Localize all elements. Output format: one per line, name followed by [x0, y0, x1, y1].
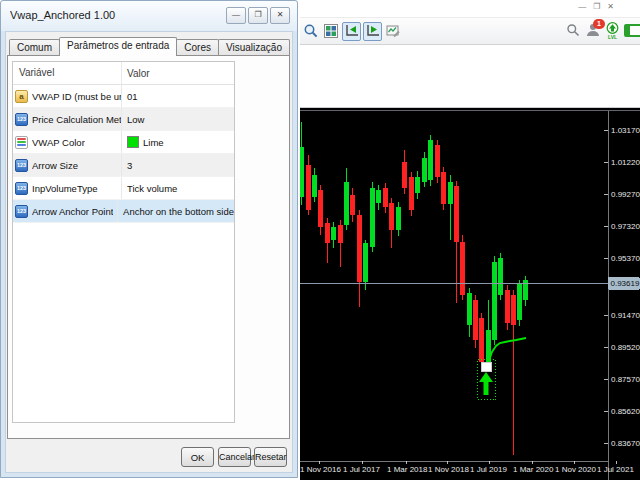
- svg-text:1 Nov 2016: 1 Nov 2016: [300, 465, 341, 474]
- tab-par-metros-de-entrada[interactable]: Parâmetros de entrada: [59, 37, 177, 56]
- param-name-cell: VWAP Color: [13, 131, 122, 153]
- notification-badge: 1: [593, 19, 605, 29]
- toolbar-right-cluster: 1 LVL: [565, 22, 640, 42]
- color-swatch: [127, 136, 139, 148]
- svg-text:1.01220: 1.01220: [611, 158, 640, 167]
- param-value[interactable]: Lime: [122, 136, 164, 148]
- param-row[interactable]: 123Arrow Size3: [13, 154, 234, 177]
- svg-text:0.91470: 0.91470: [611, 311, 640, 320]
- numeric-param-icon: 123: [15, 182, 28, 195]
- param-row[interactable]: 123InpVolumeTypeTick volume: [13, 177, 234, 200]
- svg-text:1 Jul 2021: 1 Jul 2021: [597, 465, 634, 474]
- svg-text:0.83670: 0.83670: [611, 439, 640, 448]
- tab-cores[interactable]: Cores: [176, 39, 219, 56]
- svg-text:1 Mar 2018: 1 Mar 2018: [387, 465, 428, 474]
- table-header: Variável Valor: [13, 62, 234, 85]
- svg-text:1 Nov 2020: 1 Nov 2020: [555, 465, 596, 474]
- param-name-cell: 123Arrow Size: [13, 154, 122, 176]
- numeric-param-icon: 123: [15, 159, 28, 172]
- close-icon[interactable]: ✕: [607, 2, 614, 12]
- param-row[interactable]: 123Price Calculation MethodLow: [13, 108, 234, 131]
- param-name-cell: aVWAP ID (must be unique): [13, 85, 122, 107]
- svg-text:1 Nov 2018: 1 Nov 2018: [428, 465, 469, 474]
- search-icon[interactable]: [565, 22, 581, 42]
- indicator-properties-dialog: Vwap_Anchored 1.00 — ❐ ✕ ComumParâmetros…: [0, 0, 298, 478]
- terminal-titlebar[interactable]: — ❐ ✕: [300, 0, 640, 18]
- tab-visualiza-o[interactable]: Visualização: [218, 39, 290, 56]
- svg-text:0.93619: 0.93619: [611, 279, 640, 288]
- param-value[interactable]: Anchor on the bottom side: [118, 206, 234, 217]
- svg-text:1 Jul 2017: 1 Jul 2017: [343, 465, 380, 474]
- tab-bar: ComumParâmetros de entradaCoresVisualiza…: [9, 38, 289, 56]
- param-value[interactable]: Tick volume: [122, 183, 177, 194]
- svg-text:1 Mar 2020: 1 Mar 2020: [513, 465, 554, 474]
- price-chart[interactable]: 1.031701.012200.992700.973200.953700.914…: [300, 60, 640, 480]
- svg-text:0.95370: 0.95370: [611, 254, 640, 263]
- account-icon[interactable]: 1: [585, 22, 601, 38]
- svg-text:0.99270: 0.99270: [611, 190, 640, 199]
- dialog-titlebar[interactable]: Vwap_Anchored 1.00 — ❐ ✕: [1, 1, 297, 31]
- param-value[interactable]: 01: [122, 91, 138, 102]
- tile-windows-icon[interactable]: [322, 22, 340, 40]
- svg-text:1 Jul 2019: 1 Jul 2019: [470, 465, 507, 474]
- param-name: VWAP Color: [32, 137, 85, 148]
- minimize-icon[interactable]: —: [578, 2, 586, 12]
- param-value[interactable]: 3: [122, 160, 132, 171]
- param-name-cell: 123Arrow Anchor Point: [13, 200, 118, 222]
- current-price-tag: 0.93619: [608, 277, 640, 290]
- column-header-variable: Variável: [13, 62, 122, 84]
- screen: — ❐ ✕ 1 LVL: [0, 0, 640, 480]
- progress-bar: [624, 24, 640, 37]
- restore-icon[interactable]: ❐: [593, 2, 600, 12]
- parameters-tab-page: Variável Valor aVWAP ID (must be unique)…: [7, 55, 290, 439]
- param-value[interactable]: Low: [122, 114, 144, 125]
- reset-button[interactable]: Resetar: [254, 447, 287, 467]
- param-row[interactable]: VWAP ColorLime: [13, 131, 234, 154]
- param-name: VWAP ID (must be unique): [32, 91, 121, 102]
- dialog-client-area: ComumParâmetros de entradaCoresVisualiza…: [5, 31, 293, 473]
- string-param-icon: a: [15, 90, 28, 103]
- numeric-param-icon: 123: [15, 205, 28, 218]
- column-header-value: Valor: [122, 68, 150, 79]
- param-row[interactable]: 123Arrow Anchor PointAnchor on the botto…: [13, 200, 234, 223]
- param-name: Price Calculation Method: [32, 114, 121, 125]
- svg-text:0.97320: 0.97320: [611, 222, 640, 231]
- lvl-label: LVL: [608, 34, 617, 40]
- parameters-table[interactable]: Variável Valor aVWAP ID (must be unique)…: [12, 61, 235, 423]
- svg-text:0.89520: 0.89520: [611, 343, 640, 352]
- ok-button[interactable]: OK: [181, 447, 214, 467]
- param-name: InpVolumeType: [32, 183, 98, 194]
- chart-settings-icon[interactable]: [384, 22, 402, 40]
- param-name-cell: 123Price Calculation Method: [13, 108, 122, 130]
- dialog-minimize-icon[interactable]: —: [226, 7, 246, 24]
- svg-text:0.85620: 0.85620: [611, 407, 640, 416]
- tab-comum[interactable]: Comum: [9, 39, 60, 56]
- numeric-param-icon: 123: [15, 113, 28, 126]
- dialog-restore-icon[interactable]: ❐: [248, 7, 268, 24]
- levels-icon[interactable]: LVL: [605, 22, 620, 40]
- cancel-button[interactable]: Cancelar: [218, 447, 251, 467]
- param-row[interactable]: aVWAP ID (must be unique)01: [13, 85, 234, 108]
- color-param-icon: [15, 136, 28, 149]
- param-name-cell: 123InpVolumeType: [13, 177, 122, 199]
- param-name: Arrow Anchor Point: [32, 206, 113, 217]
- svg-text:1.03170: 1.03170: [611, 126, 640, 135]
- auto-scroll-icon[interactable]: [363, 22, 382, 41]
- chart-shift-icon[interactable]: [342, 22, 361, 41]
- svg-text:0.87570: 0.87570: [611, 375, 640, 384]
- dialog-close-icon[interactable]: ✕: [270, 7, 290, 24]
- zoom-icon[interactable]: [302, 22, 320, 40]
- dialog-title: Vwap_Anchored 1.00: [10, 9, 115, 21]
- param-name: Arrow Size: [32, 160, 78, 171]
